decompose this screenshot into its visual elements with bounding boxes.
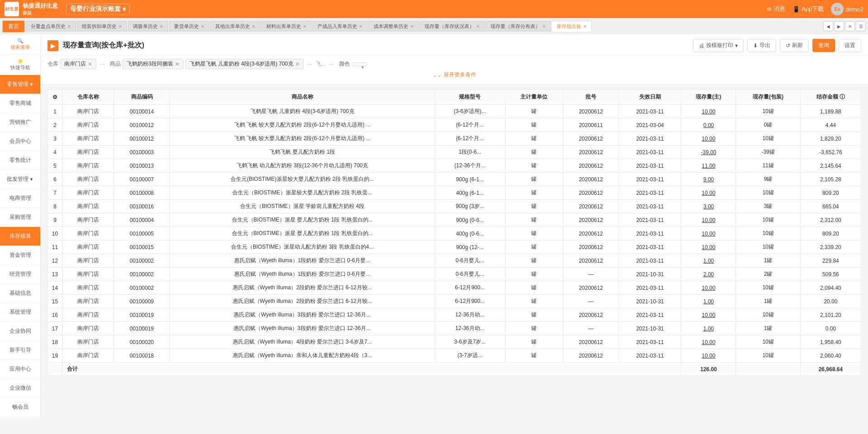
tab-1[interactable]: 分量盘点单历史 ✕ [26,21,76,32]
tab-2[interactable]: 组装拆卸单历史 ✕ [77,21,127,32]
tab-home[interactable]: 首页 [2,20,25,32]
td-expiry: 2021-03-11 [619,186,681,200]
tab-4-close[interactable]: ✕ [201,24,204,29]
tab-11-close[interactable]: ✕ [583,24,587,29]
td-qty[interactable]: 10.00 [681,308,736,322]
td-qty[interactable]: 10.00 [681,335,736,349]
td-qty[interactable]: 10.00 [681,281,736,295]
td-qty[interactable]: -39.00 [681,146,736,159]
message-icon: ✉ [767,6,772,13]
tab-prev-btn[interactable]: ◀ [823,21,833,31]
td-qty[interactable]: 10.00 [681,213,736,227]
sidebar-item-member[interactable]: 会员中心 [0,132,40,151]
td-code: 00100002 [114,281,170,295]
sidebar-item-wholesale[interactable]: 批发管理 ▼ [0,170,40,189]
tab-11[interactable]: 库存批次账 ✕ [552,21,592,32]
sidebar-item-wechat[interactable]: 企业微信 [0,379,40,398]
td-code: 00100019 [114,308,170,322]
page-actions: 🖨 按模板打印 ▾ ⬇ 导出 ↺ 刷新 查询 设置 [693,39,861,52]
sidebar-item-guide[interactable]: 新手引导 [0,341,40,360]
tab-9-close[interactable]: ✕ [476,24,480,29]
tab-2-close[interactable]: ✕ [118,24,122,29]
td-qty[interactable]: 1.00 [681,254,736,268]
td-no: 3 [48,132,62,146]
basic-label: 基础信息 [3,289,38,297]
template-print-btn[interactable]: 🖨 按模板打印 ▾ [693,39,744,52]
tab-menu-btn[interactable]: ☰ [856,21,866,31]
sidebar-item-retail[interactable]: 零售管理 ▼ [0,75,40,94]
tab-10-label: 现存量（库存分布表） [491,23,540,30]
sidebar-item-marketing[interactable]: 营销推广 [0,113,40,132]
td-batch: 20200612 [563,281,619,295]
refresh-btn[interactable]: ↺ 刷新 [780,39,809,52]
filter-bar: 仓库 南岸门店 ✕ ··· 商品 飞鹤奶粉3段同捆装 ✕ 飞鹤星飞帆 儿童奶粉 … [41,55,868,85]
export-btn[interactable]: ⬇ 导出 [747,39,776,52]
tab-4[interactable]: 要货单历史 ✕ [169,21,209,32]
message-btn[interactable]: ✉ 消息 [767,5,785,13]
sidebar-item-finance[interactable]: 资金管理 [0,246,40,265]
td-qty[interactable]: 2.00 [681,268,736,281]
td-spec: 0-6月婴儿... [435,254,505,268]
sidebar-item-appcenter[interactable]: 应用中心 [0,360,40,379]
sidebar-item-nav[interactable]: ⭐ 快捷导航 [0,55,40,75]
tab-10[interactable]: 现存量（库存分布表） ✕ [486,21,551,32]
td-qty[interactable]: 3.00 [681,200,736,213]
sidebar-item-shop[interactable]: 零售商城 [0,94,40,113]
product-extra-dots[interactable]: ··· [327,61,335,67]
user-info[interactable]: Ea demo2 [831,3,863,15]
th-settings[interactable]: ⚙ [48,90,62,105]
product-tag-1[interactable]: 飞鹤奶粉3段同捆装 ✕ [123,59,184,69]
app-download-btn[interactable]: 📱 App下载 [793,5,824,13]
color-input[interactable]: ▾ [352,62,367,66]
tab-7[interactable]: 产成品入库单历史 ✕ [312,21,368,32]
tab-9[interactable]: 现存量（库存状况表） ✕ [420,21,485,32]
product-tag-2[interactable]: 飞鹤星飞帆 儿童奶粉 4段(3-6岁适用) 700克 ✕ [185,59,304,69]
sidebar-item-corp[interactable]: 企业协同 [0,322,40,341]
product-tag-1-remove[interactable]: ✕ [175,61,179,67]
tab-1-close[interactable]: ✕ [67,24,71,29]
td-qty[interactable]: 10.00 [681,105,736,118]
tab-6-close[interactable]: ✕ [303,24,307,29]
settings-btn[interactable]: 设置 [839,39,861,52]
sidebar-item-vip[interactable]: 畅会员 [0,398,40,417]
tab-7-close[interactable]: ✕ [359,24,363,29]
td-qty[interactable]: 10.00 [681,241,736,254]
td-qty[interactable]: 10.00 [681,227,736,241]
tab-3[interactable]: 调拨单历史 ✕ [128,21,168,32]
product-dots[interactable]: ··· [306,61,314,67]
expand-sidebar-btn[interactable]: ▶ [47,40,58,51]
product-tag-2-remove[interactable]: ✕ [295,61,300,67]
tab-5-close[interactable]: ✕ [252,24,255,29]
sidebar-item-ecom[interactable]: 电商管理 [0,189,40,208]
td-qty[interactable]: 10.00 [681,132,736,146]
td-qty[interactable]: 10.00 [681,349,736,363]
sidebar-item-basic[interactable]: 基础信息 [0,284,40,303]
tab-close-btn[interactable]: ✕ [845,21,855,31]
tab-next-btn[interactable]: ▶ [834,21,844,31]
tab-8-label: 成本调整单历史 [373,23,408,30]
td-qty[interactable]: 9.00 [681,173,736,186]
sidebar-item-purchase[interactable]: 采购管理 [0,208,40,227]
expand-filter-btn[interactable]: ⌄⌄ 展开更多条件 [433,71,476,79]
td-qty[interactable]: 11.00 [681,159,736,173]
warehouse-tag[interactable]: 南岸门店 ✕ [60,59,96,69]
sidebar-item-management[interactable]: 经营管理 [0,265,40,284]
tab-8[interactable]: 成本调整单历史 ✕ [368,21,419,32]
warehouse-dots[interactable]: ··· [98,61,106,67]
td-qty[interactable]: 10.00 [681,186,736,200]
td-qty[interactable]: 1.00 [681,322,736,335]
sidebar-item-inventory[interactable]: 库存核算 [0,227,40,246]
sidebar-item-system[interactable]: 系统管理 [0,303,40,322]
tab-8-close[interactable]: ✕ [410,24,414,29]
tab-5[interactable]: 其他出库单历史 ✕ [210,21,260,32]
warehouse-remove-icon[interactable]: ✕ [88,61,92,67]
account-selector[interactable]: 母婴行业演示账套 ▾ [66,4,130,14]
tab-3-close[interactable]: ✕ [160,24,163,29]
sidebar-item-stats[interactable]: 零售统计 [0,151,40,170]
tab-10-close[interactable]: ✕ [542,24,546,29]
td-qty[interactable]: 1.00 [681,295,736,308]
tab-6[interactable]: 材料出库单历史 ✕ [261,21,311,32]
query-btn[interactable]: 查询 [812,39,835,52]
td-qty[interactable]: 0.00 [681,118,736,132]
sidebar-item-search[interactable]: 🔍 搜索菜单 [0,34,40,55]
